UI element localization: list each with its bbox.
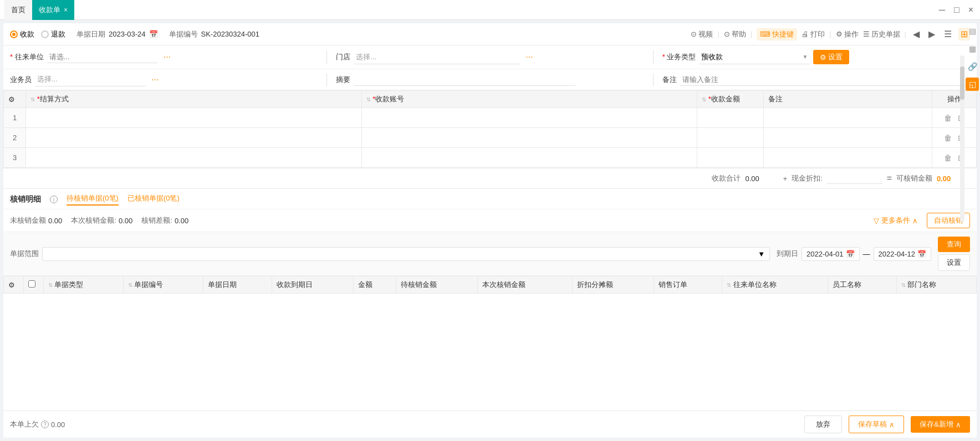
reconcile-info-icon[interactable]: i [50, 196, 58, 203]
select-all-checkbox[interactable] [28, 280, 35, 288]
row1-account[interactable] [361, 108, 697, 128]
row2-settlement[interactable] [26, 128, 362, 148]
date-label: 单据日期 [76, 29, 105, 39]
form-row-2: 业务员 选择... ··· 摘要 备注 [3, 69, 977, 90]
date-range: 到期日 2022-04-01 📅 — 2022-04-12 📅 [777, 247, 931, 261]
next-icon[interactable]: ▶ [926, 28, 937, 40]
summary-group: 摘要 [336, 74, 644, 86]
row3-delete-btn[interactable]: 🗑 [942, 152, 954, 163]
sep4: | [905, 30, 906, 38]
settings-button[interactable]: ⚙ 设置 [813, 50, 849, 64]
video-icon: ⊙ [691, 30, 697, 38]
tab-done[interactable]: 已核销单据(0笔) [127, 193, 180, 206]
range-select-arrow: ▼ [758, 250, 765, 258]
sort-icon2: ⇅ [366, 96, 371, 102]
available-label: 可核销金额 [896, 173, 932, 183]
table-row: 3 🗑 ⊞ [4, 148, 977, 168]
sidebar-icon-3[interactable]: 🔗 [966, 60, 979, 73]
video-label: 视频 [698, 29, 713, 39]
btable-settings-icon: ⚙ [8, 281, 15, 289]
row1-remark[interactable] [764, 108, 932, 128]
radio-return[interactable]: 退款 [41, 29, 65, 39]
summary-input[interactable] [354, 74, 575, 86]
row3-account[interactable] [361, 148, 697, 168]
sidebar-icon-4[interactable]: ◱ [966, 78, 979, 91]
row3-amount[interactable] [697, 148, 764, 168]
row3-settlement[interactable] [26, 148, 362, 168]
discount-input[interactable] [827, 173, 882, 184]
staff-select[interactable]: 选择... [35, 73, 146, 86]
th-settings[interactable]: ⚙ [4, 91, 26, 108]
help-label: 帮助 [732, 29, 746, 39]
reconcile-title: 核销明细 [10, 194, 41, 204]
nav-right-icons: ─ □ × [937, 4, 976, 16]
more-conditions-btn[interactable]: ▽ 更多条件 ∧ [874, 216, 918, 225]
remark-input[interactable] [680, 74, 970, 86]
bth-checkbox[interactable] [24, 276, 44, 294]
counterpart-input[interactable] [47, 51, 158, 63]
print-link[interactable]: 🖨 打印 [802, 29, 825, 39]
window-restore-btn[interactable]: □ [952, 4, 962, 16]
current-value: 0.00 [119, 217, 132, 225]
tab-pending[interactable]: 待核销单据(0笔) [67, 193, 119, 206]
row1-amount[interactable] [697, 108, 764, 128]
row2-remark[interactable] [764, 128, 932, 148]
help-link[interactable]: ⊙ 帮助 [724, 29, 746, 39]
scroll-thumb[interactable] [960, 66, 964, 100]
video-link[interactable]: ⊙ 视频 [691, 29, 713, 39]
sep3: | [829, 30, 831, 38]
operation-link[interactable]: ⚙ 操作 [836, 29, 859, 39]
discard-button[interactable]: 放弃 [804, 416, 842, 433]
counterpart-more-btn[interactable]: ··· [161, 52, 173, 62]
footer-info-icon[interactable]: ? [41, 421, 49, 428]
save-new-button[interactable]: 保存&新增 ∧ [911, 416, 970, 433]
window-close-btn[interactable]: × [966, 4, 976, 16]
row1-settlement[interactable] [26, 108, 362, 128]
shortcut-link[interactable]: ⌨ 快捷键 [757, 28, 797, 40]
staff-more-btn[interactable]: ··· [149, 75, 161, 85]
biztype-select[interactable]: 预收款 ▼ [699, 50, 810, 64]
calendar-start-icon: 📅 [846, 250, 855, 258]
store-select[interactable]: 选择... [354, 50, 520, 64]
th-settlement: ⇅ *结算方式 [26, 91, 362, 108]
sum-value: 0.00 [745, 175, 778, 183]
save-draft-arrow-icon: ∧ [889, 421, 895, 429]
form-row-1: * 往来单位 ··· 门店 选择... ··· * 业务类型 预收款 ▼ [3, 45, 977, 69]
bth-current: 本次核销金额 [478, 276, 572, 294]
row2-account[interactable] [361, 128, 697, 148]
date-end-input[interactable]: 2022-04-12 📅 [874, 247, 932, 261]
reconcile-section: 核销明细 i 待核销单据(0笔) 已核销单据(0笔) 未核销金额 0.00 本次… [3, 189, 977, 411]
divider2 [653, 50, 654, 64]
save-draft-button[interactable]: 保存草稿 ∧ [849, 416, 904, 433]
row1-delete-btn[interactable]: 🗑 [942, 112, 954, 124]
row3-remark[interactable] [764, 148, 932, 168]
date-value: 2023-03-24 [109, 30, 146, 38]
radio-receive[interactable]: 收款 [10, 29, 34, 39]
window-minimize-btn[interactable]: ─ [937, 4, 947, 16]
row2-amount[interactable] [697, 128, 764, 148]
date-start-input[interactable]: 2022-04-01 📅 [802, 247, 860, 261]
range-field: 单据范围 ▼ [10, 247, 770, 261]
store-more-btn[interactable]: ··· [523, 52, 535, 62]
sidebar-icon-2[interactable]: ▦ [966, 42, 979, 55]
list-icon[interactable]: ☰ [942, 28, 954, 40]
date-end-value: 2022-04-12 [879, 250, 916, 258]
plus-sign: + [783, 175, 787, 183]
nav-tab-receipt[interactable]: 收款单 × [32, 0, 74, 20]
bth-staff: 员工名称 [828, 276, 897, 294]
history-link[interactable]: ☰ 历史单据 [863, 29, 900, 39]
counterpart-group: * 往来单位 ··· [10, 51, 318, 63]
scrollbar[interactable] [960, 55, 964, 222]
range-select[interactable]: ▼ [42, 247, 770, 261]
row-num-3: 3 [4, 148, 26, 168]
bth-settings[interactable]: ⚙ [4, 276, 24, 294]
table-row: 1 🗑 ⊞ [4, 108, 977, 128]
prev-icon[interactable]: ◀ [911, 28, 922, 40]
tab-label: 收款单 [39, 5, 60, 15]
diff-value: 0.00 [175, 217, 188, 225]
tab-close-icon[interactable]: × [64, 6, 68, 14]
nav-tab-home[interactable]: 首页 [4, 0, 32, 20]
sidebar-icon-1[interactable]: ▤ [966, 24, 979, 38]
date-calendar-icon[interactable]: 📅 [149, 30, 158, 38]
row2-delete-btn[interactable]: 🗑 [942, 132, 954, 143]
